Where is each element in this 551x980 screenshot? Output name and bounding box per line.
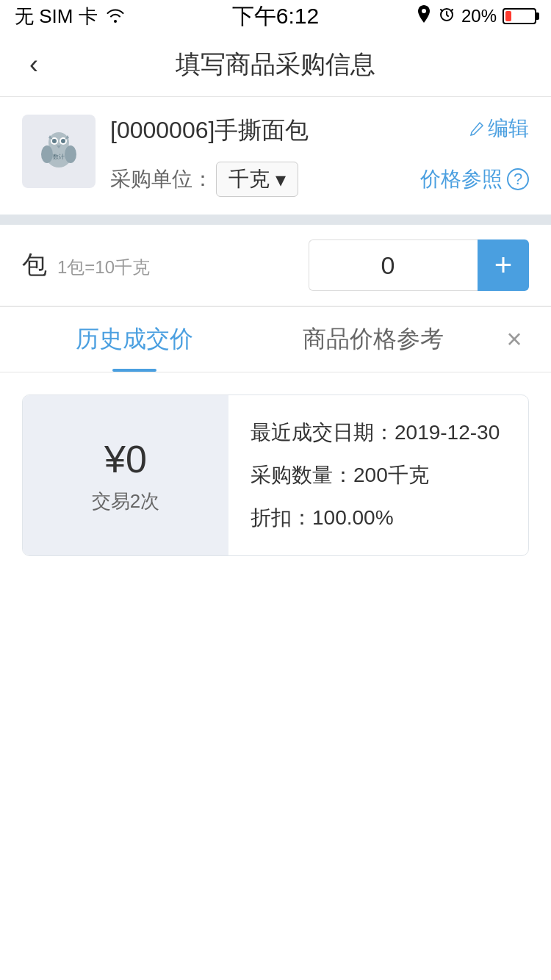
status-time: 下午6:12 <box>232 1 319 32</box>
battery-icon <box>503 8 536 24</box>
svg-point-8 <box>41 145 53 163</box>
history-price: ¥0 <box>104 437 147 481</box>
tabs-container: 历史成交价 商品价格参考 × ¥0 交易2次 最近成交日期：2019-12-30… <box>0 306 551 578</box>
quantity-note: 1包=10千克 <box>57 256 150 279</box>
history-card-left: ¥0 交易2次 <box>23 395 228 555</box>
history-date: 最近成交日期：2019-12-30 <box>251 417 506 448</box>
product-card: 数计 [0000006]手撕面包 编辑 采购单位： 千克 ▾ 价格参照 <box>0 97 551 215</box>
tab-product-price-ref-label: 商品价格参考 <box>303 323 444 356</box>
history-card-right: 最近成交日期：2019-12-30 采购数量：200千克 折扣：100.00% <box>228 395 528 555</box>
history-trades: 交易2次 <box>92 489 159 514</box>
product-info: [0000006]手撕面包 编辑 采购单位： 千克 ▾ 价格参照 ? <box>110 115 529 197</box>
tab-history-price[interactable]: 历史成交价 <box>15 307 253 372</box>
tab-content: ¥0 交易2次 最近成交日期：2019-12-30 采购数量：200千克 折扣：… <box>0 372 551 578</box>
no-sim-text: 无 SIM 卡 <box>15 4 98 29</box>
location-icon <box>416 4 432 28</box>
dropdown-arrow-icon: ▾ <box>276 167 286 192</box>
svg-text:数计: 数计 <box>53 154 65 160</box>
help-icon: ? <box>507 168 529 190</box>
tabs-header: 历史成交价 商品价格参考 × <box>0 307 551 372</box>
page-title: 填写商品采购信息 <box>176 48 375 82</box>
quantity-input[interactable] <box>309 239 478 291</box>
history-card: ¥0 交易2次 最近成交日期：2019-12-30 采购数量：200千克 折扣：… <box>22 394 529 556</box>
svg-point-9 <box>65 145 76 163</box>
alarm-icon <box>438 5 455 27</box>
history-qty: 采购数量：200千克 <box>251 460 506 491</box>
product-thumbnail: 数计 <box>22 115 96 188</box>
wifi-icon <box>105 5 126 28</box>
battery-percent: 20% <box>461 6 497 26</box>
back-button[interactable]: ‹ <box>22 42 46 87</box>
quantity-plus-button[interactable]: + <box>478 239 529 291</box>
product-name: [0000006]手撕面包 <box>110 115 309 147</box>
price-ref-label: 价格参照 <box>420 165 503 193</box>
status-right: 20% <box>416 4 536 28</box>
product-owl-icon: 数计 <box>37 126 81 177</box>
quantity-row: 包 1包=10千克 + <box>0 225 551 306</box>
tab-active-indicator <box>112 369 156 372</box>
tab-close-button[interactable]: × <box>492 317 536 361</box>
tab-product-price-ref[interactable]: 商品价格参考 <box>253 307 492 372</box>
page-rest <box>0 578 551 980</box>
section-divider <box>0 215 551 225</box>
unit-label: 采购单位： <box>110 167 213 190</box>
tab-history-price-label: 历史成交价 <box>76 323 193 356</box>
unit-value: 千克 <box>228 165 270 193</box>
price-ref-button[interactable]: 价格参照 ? <box>420 165 529 193</box>
quantity-unit-label: 包 <box>22 248 47 282</box>
nav-bar: ‹ 填写商品采购信息 <box>0 32 551 97</box>
quantity-input-group: + <box>309 239 529 291</box>
unit-select[interactable]: 千克 ▾ <box>216 162 298 197</box>
history-discount: 折扣：100.00% <box>251 502 506 533</box>
status-bar: 无 SIM 卡 下午6:12 20% <box>0 0 551 32</box>
edit-button[interactable]: 编辑 <box>469 115 529 143</box>
svg-point-0 <box>422 9 426 13</box>
status-left: 无 SIM 卡 <box>15 4 126 29</box>
